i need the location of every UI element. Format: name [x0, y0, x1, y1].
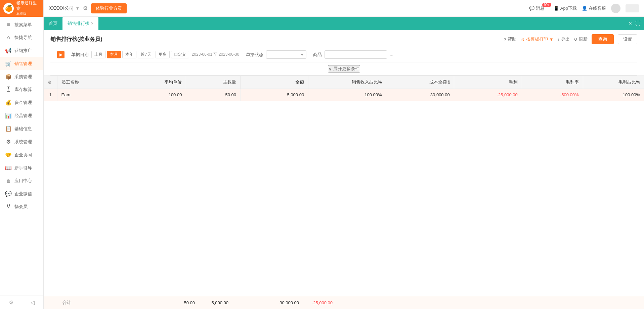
sidebar-item-quicknav[interactable]: ⌂ 快捷导航 — [0, 31, 43, 44]
member-icon: V — [5, 204, 12, 210]
topbar-settings-icon[interactable]: ⚙ — [83, 5, 88, 11]
sidebar-item-marketing[interactable]: 📢 营销推广 — [0, 44, 43, 57]
page-title-row: 销售排行榜(按业务员) ? 帮助 🖨 按模板打印 ▼ ↓ 导出 — [50, 34, 637, 47]
filter-status-group: 单据状态 — [246, 50, 306, 59]
th-settings[interactable]: ⚙ — [44, 76, 57, 89]
inventory-icon: 🗄 — [5, 87, 12, 93]
message-badge: 99+ — [542, 3, 551, 7]
date-btn-more[interactable]: 更多 — [156, 51, 170, 58]
goods-filter-label: 商品 — [313, 52, 322, 58]
date-btn-7days[interactable]: 近7天 — [138, 51, 154, 58]
sidebar-item-system[interactable]: ⚙ 系统管理 — [0, 135, 43, 148]
print-dropdown-icon: ▼ — [549, 37, 554, 42]
expand-more-btn[interactable]: ∨ 展开更多条件 — [328, 65, 360, 72]
th-main-qty: 主数量 — [186, 76, 241, 89]
tabbar-fullscreen-icon[interactable]: ⛶ — [635, 20, 641, 27]
content-area: 销售排行榜(按业务员) ? 帮助 🖨 按模板打印 ▼ ↓ 导出 — [44, 30, 644, 309]
th-profit-pct: 毛利占比% — [583, 76, 644, 89]
tab-close-icon[interactable]: × — [91, 21, 93, 26]
sidebar-item-purchase[interactable]: 📦 采购管理 — [0, 70, 43, 83]
page-title: 销售排行榜(按业务员) — [50, 36, 102, 43]
goods-filter-more[interactable]: ... — [390, 52, 393, 57]
query-button[interactable]: 查询 — [592, 34, 614, 44]
system-icon: ⚙ — [5, 139, 12, 145]
tab-home[interactable]: 首页 — [44, 17, 62, 30]
sidebar-item-appstore[interactable]: 🖥 应用中心 — [0, 174, 43, 187]
sidebar-logo: 🍊 畅康通好生意 标准版 — [0, 0, 43, 17]
td-amount: 5,000.00 — [241, 89, 308, 101]
table-row: 1 Eam 100.00 50.00 5,000.00 100.00% 30,0… — [44, 89, 644, 101]
sidebar-item-purchase-label: 采购管理 — [14, 74, 32, 80]
sidebar-item-finance[interactable]: 💰 资金管理 — [0, 96, 43, 109]
sidebar-item-basic[interactable]: 📋 基础信息 — [0, 122, 43, 135]
collab-icon: 🤝 — [5, 152, 12, 158]
table-header-row: ⚙ 员工名称 平均单价 主数量 全额 — [44, 76, 644, 89]
th-avg-price: 平均单价 — [125, 76, 186, 89]
th-amount: 全额 — [241, 76, 308, 89]
date-filter-label: 单据日期 — [71, 52, 89, 58]
refresh-button[interactable]: ↺ 刷新 — [574, 36, 588, 42]
print-template-button[interactable]: 🖨 按模板打印 ▼ — [520, 36, 554, 42]
td-profit-pct: 100.00% — [583, 89, 644, 101]
online-service-button[interactable]: 👤 在线客服 — [582, 5, 606, 11]
app-download-icon: 📱 — [554, 6, 559, 11]
message-button[interactable]: 💬 消息 99+ — [529, 5, 549, 11]
column-settings-icon[interactable]: ⚙ — [48, 80, 52, 85]
sidebar-nav: ≡ 搜索菜单 ⌂ 快捷导航 📢 营销推广 🛒 销售管理 📦 采购管理 🗄 库存核… — [0, 17, 43, 296]
footer-profit: -25,000.00 — [303, 300, 337, 305]
td-cost: 30,000.00 — [386, 89, 454, 101]
export-label: 导出 — [561, 36, 570, 42]
sidebar-item-sales-label: 销售管理 — [14, 61, 32, 67]
sidebar-item-management[interactable]: 📊 经营管理 — [0, 109, 43, 122]
settings-bottom-icon[interactable]: ⚙ — [9, 299, 13, 306]
sidebar-item-guide[interactable]: 📖 新手引导 — [0, 161, 43, 174]
sidebar-item-collab-label: 企业协同 — [14, 152, 32, 158]
export-button[interactable]: ↓ 导出 — [558, 36, 570, 42]
topbar: XXXXX公司 ▼ ⚙ 体验行业方案 💬 消息 99+ 📱 App下载 👤 在线… — [44, 0, 644, 17]
user-avatar[interactable] — [611, 4, 620, 13]
date-filter-btns: 上月 本月 本年 近7天 更多 自定义 — [91, 51, 189, 58]
sidebar-item-member[interactable]: V 畅会员 — [0, 200, 43, 213]
sidebar-item-guide-label: 新手引导 — [14, 165, 32, 171]
user-name — [626, 4, 639, 12]
tabbar-close-icon[interactable]: × — [629, 20, 632, 27]
topbar-right: 💬 消息 99+ 📱 App下载 👤 在线客服 — [529, 4, 639, 13]
td-sales-pct: 100.00% — [308, 89, 386, 101]
help-button[interactable]: ? 帮助 — [504, 36, 516, 42]
trial-button[interactable]: 体验行业方案 — [91, 3, 127, 13]
table-area: ⚙ 员工名称 平均单价 主数量 全额 — [44, 76, 644, 296]
tab-sales-rank[interactable]: 销售排行榜 × — [62, 17, 98, 30]
sidebar-item-marketing-label: 营销推广 — [14, 48, 32, 54]
filter-bar: ▶ 单据日期 上月 本月 本年 近7天 更多 自定义 2023-06-01 至 … — [50, 47, 637, 62]
help-label: 帮助 — [508, 36, 516, 42]
company-selector[interactable]: XXXXX公司 ▼ — [49, 5, 80, 11]
td-margin: -500.00% — [522, 89, 583, 101]
date-range-display: 2023-06-01 至 2023-06-30 — [192, 52, 239, 57]
settings-button[interactable]: 设置 — [618, 34, 637, 44]
status-select[interactable] — [266, 50, 306, 59]
sidebar-item-search[interactable]: ≡ 搜索菜单 — [0, 18, 43, 31]
td-main-qty: 50.00 — [186, 89, 241, 101]
sidebar-item-wechat-label: 企业微信 — [14, 191, 32, 197]
date-btn-last-month[interactable]: 上月 — [91, 51, 105, 58]
sales-rank-table: ⚙ 员工名称 平均单价 主数量 全额 — [44, 76, 644, 101]
sidebar-item-sales[interactable]: 🛒 销售管理 — [0, 57, 43, 70]
date-btn-this-month[interactable]: 本月 — [107, 51, 121, 58]
app-download-button[interactable]: 📱 App下载 — [554, 5, 577, 11]
status-select-wrap — [266, 50, 306, 59]
td-profit: -25,000.00 — [454, 89, 522, 101]
sidebar-item-collab[interactable]: 🤝 企业协同 — [0, 148, 43, 161]
sidebar-item-member-label: 畅会员 — [14, 204, 28, 210]
sidebar-bottom: ⚙ ◁ — [0, 296, 43, 309]
tabbar-right: × ⛶ — [629, 20, 644, 27]
date-btn-this-year[interactable]: 本年 — [122, 51, 136, 58]
date-btn-custom[interactable]: 自定义 — [171, 51, 189, 58]
sidebar-item-wechat[interactable]: 💬 企业微信 — [0, 187, 43, 200]
sidebar-item-inventory[interactable]: 🗄 库存核算 — [0, 83, 43, 96]
filter-toggle-btn[interactable]: ▶ — [57, 51, 65, 58]
goods-filter-input[interactable] — [325, 50, 387, 59]
collapse-icon[interactable]: ◁ — [31, 299, 35, 306]
footer-total-label: 合计 — [48, 300, 108, 306]
sidebar-item-management-label: 经营管理 — [14, 113, 32, 119]
search-menu-icon: ≡ — [5, 22, 12, 28]
